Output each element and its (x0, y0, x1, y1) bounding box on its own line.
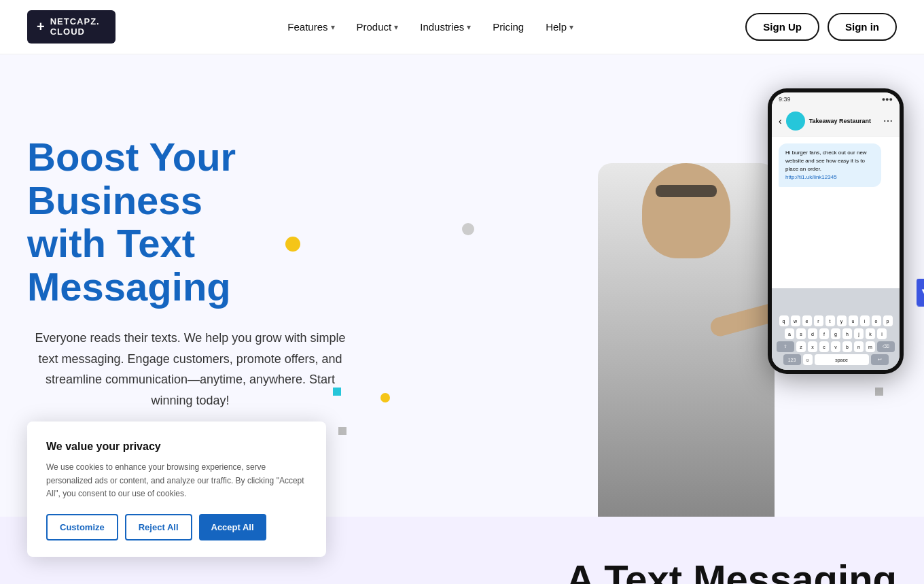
key-t[interactable]: t (825, 315, 835, 326)
key-x[interactable]: x (808, 341, 817, 352)
nav-item-help[interactable]: Help ▾ (536, 16, 583, 38)
status-bar: 9:39 ●●● (772, 92, 900, 106)
back-icon[interactable]: ‹ (779, 116, 782, 126)
key-j[interactable]: j (854, 328, 864, 339)
chevron-down-icon: ▾ (569, 22, 573, 32)
key-o[interactable]: o (872, 315, 881, 326)
logo[interactable]: + NETCAPZ. CLOUD (27, 10, 116, 44)
customize-button[interactable]: Customize (46, 514, 118, 540)
key-shift[interactable]: ⇧ (777, 341, 794, 352)
chat-body: Hi burger fans, check out our new websit… (772, 137, 900, 288)
key-i[interactable]: i (860, 315, 870, 326)
key-w[interactable]: w (791, 315, 800, 326)
nav-item-industries[interactable]: Industries ▾ (410, 16, 480, 38)
chat-bubble: Hi burger fans, check out our new websit… (779, 143, 881, 187)
key-row-1: q w e r t y u i o p (779, 315, 893, 326)
key-u[interactable]: u (849, 315, 858, 326)
phone-mockup: 9:39 ●●● ‹ Takeaway Restaurant ⋯ Hi burg… (768, 88, 904, 374)
key-s[interactable]: s (796, 328, 806, 339)
key-k[interactable]: k (866, 328, 875, 339)
key-delete[interactable]: ⌫ (877, 341, 895, 352)
logo-line1: NETCAPZ. (50, 17, 100, 27)
key-b[interactable]: b (842, 341, 852, 352)
cookie-description: We use cookies to enhance your browsing … (46, 461, 307, 500)
signin-button[interactable]: Sign in (828, 13, 897, 41)
hero-image: 9:39 ●●● ‹ Takeaway Restaurant ⋯ Hi burg… (462, 54, 924, 517)
key-row-4: 123 ☺ space ↩ (783, 354, 889, 365)
accept-button[interactable]: Accept All (199, 514, 266, 540)
cookie-banner: We value your privacy We use cookies to … (27, 422, 326, 557)
key-123[interactable]: 123 (783, 354, 801, 365)
chat-header: ‹ Takeaway Restaurant ⋯ (772, 106, 900, 137)
cookie-actions: Customize Reject All Accept All (46, 514, 307, 540)
key-z[interactable]: z (796, 341, 806, 352)
key-m[interactable]: m (866, 341, 875, 352)
cookie-title: We value your privacy (46, 441, 307, 453)
phone-screen: 9:39 ●●● ‹ Takeaway Restaurant ⋯ Hi burg… (772, 92, 900, 370)
key-return[interactable]: ↩ (871, 354, 889, 365)
chat-avatar (786, 111, 805, 131)
nav-links: Features ▾ Product ▾ Industries ▾ Pricin… (278, 16, 583, 38)
key-y[interactable]: y (837, 315, 847, 326)
key-row-2: a s d f g h j k l (785, 328, 887, 339)
chevron-down-icon: ▾ (394, 22, 398, 32)
key-g[interactable]: g (831, 328, 840, 339)
edge-tab[interactable]: ▶ (917, 278, 924, 306)
key-n[interactable]: n (854, 341, 864, 352)
key-l[interactable]: l (877, 328, 887, 339)
nav-item-pricing[interactable]: Pricing (483, 16, 533, 38)
key-d[interactable]: d (808, 328, 817, 339)
key-c[interactable]: c (819, 341, 829, 352)
nav-item-features[interactable]: Features ▾ (278, 16, 344, 38)
nav-item-product[interactable]: Product ▾ (347, 16, 408, 38)
keyboard: q w e r t y u i o p a s d (772, 288, 900, 370)
menu-icon[interactable]: ⋯ (883, 116, 893, 126)
key-row-3: ⇧ z x c v b n m ⌫ (777, 341, 895, 352)
key-emoji[interactable]: ☺ (803, 354, 813, 365)
key-e[interactable]: e (802, 315, 812, 326)
hero-title: Boost Your Business with Text Messaging (27, 135, 380, 309)
hero-description: Everyone reads their texts. We help you … (27, 328, 353, 411)
reject-button[interactable]: Reject All (125, 514, 192, 540)
bottom-title: A Text Messaging (27, 557, 897, 584)
nav-actions: Sign Up Sign in (745, 13, 897, 41)
navbar: + NETCAPZ. CLOUD Features ▾ Product ▾ In… (0, 0, 924, 54)
key-h[interactable]: h (842, 328, 852, 339)
key-p[interactable]: p (883, 315, 893, 326)
signup-button[interactable]: Sign Up (745, 13, 819, 41)
key-q[interactable]: q (779, 315, 789, 326)
key-v[interactable]: v (831, 341, 840, 352)
logo-plus: + (37, 19, 45, 35)
logo-line2: CLOUD (50, 27, 100, 37)
key-r[interactable]: r (814, 315, 823, 326)
chevron-down-icon: ▾ (467, 22, 471, 32)
key-f[interactable]: f (819, 328, 829, 339)
key-space[interactable]: space (815, 354, 869, 365)
decor-dot-yellow-2 (380, 393, 390, 402)
key-a[interactable]: a (785, 328, 794, 339)
chevron-down-icon: ▾ (331, 22, 335, 32)
